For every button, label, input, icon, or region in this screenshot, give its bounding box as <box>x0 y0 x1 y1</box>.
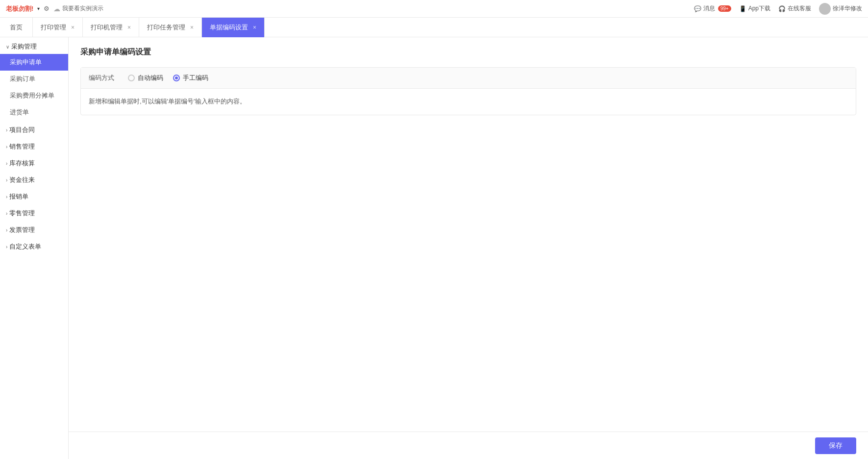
user-name: 徐泽华修改 <box>833 4 862 13</box>
app-logo: 老板勿割! <box>6 4 33 13</box>
info-text: 新增和编辑单据时,可以编辑'单据编号'输入框中的内容。 <box>81 89 856 115</box>
app-download-label: App下载 <box>748 4 770 13</box>
sidebar-group-retail: › 零售管理 <box>0 204 68 221</box>
chevron-right-icon-2: › <box>6 144 7 150</box>
sidebar-group-retail-title[interactable]: › 零售管理 <box>0 204 68 221</box>
sidebar-item-purchase-order-label: 采购订单 <box>10 75 35 82</box>
coding-method-label: 编码方式 <box>89 74 128 82</box>
sidebar-group-custom-forms: › 自定义表单 <box>0 237 68 254</box>
sidebar-group-sales: › 销售管理 <box>0 137 68 154</box>
save-button[interactable]: 保存 <box>815 437 856 454</box>
avatar <box>819 3 831 15</box>
search-demo-text: 我要看实例演示 <box>62 4 103 13</box>
tab-home[interactable]: 首页 <box>0 18 33 37</box>
chevron-right-icon-8: › <box>6 244 7 250</box>
sidebar-group-retail-label: 零售管理 <box>9 209 35 218</box>
sidebar: ∨ 采购管理 采购申请单 采购订单 采购费用分摊单 进货单 › 项目合同 <box>0 37 69 459</box>
tab-print-task-label: 打印任务管理 <box>147 23 185 32</box>
sidebar-group-inventory-label: 库存核算 <box>9 159 35 168</box>
user-profile-button[interactable]: 徐泽华修改 <box>819 3 862 15</box>
sidebar-item-purchase-expense-label: 采购费用分摊单 <box>10 92 54 99</box>
sidebar-group-returns: › 报销单 <box>0 187 68 204</box>
sidebar-group-funds: › 资金往来 <box>0 171 68 187</box>
sidebar-group-custom-forms-label: 自定义表单 <box>9 242 41 251</box>
coding-form: 编码方式 自动编码 手工编码 新增和编辑单据时,可以编辑'单据编号'输入框中的内… <box>80 67 856 115</box>
auto-coding-option[interactable]: 自动编码 <box>128 74 163 82</box>
tab-printer-management[interactable]: 打印机管理 × <box>83 18 139 37</box>
content-footer: 保存 <box>69 432 868 459</box>
chevron-right-icon-7: › <box>6 228 7 233</box>
message-button[interactable]: 💬 消息 99+ <box>694 4 731 13</box>
logo-dropdown-icon[interactable]: ▾ <box>37 6 40 11</box>
sidebar-group-custom-forms-title[interactable]: › 自定义表单 <box>0 237 68 254</box>
tab-single-code-setting-label: 单据编码设置 <box>210 23 248 32</box>
sidebar-item-purchase-request-label: 采购申请单 <box>10 58 42 66</box>
sidebar-item-purchase-order[interactable]: 采购订单 <box>0 71 68 87</box>
manual-coding-option[interactable]: 手工编码 <box>173 74 208 82</box>
chevron-right-icon: › <box>6 128 7 133</box>
settings-icon[interactable]: ⚙ <box>44 5 50 12</box>
coding-options: 自动编码 手工编码 <box>128 74 208 82</box>
tab-print-management-label: 打印管理 <box>41 23 66 32</box>
online-service-label: 在线客服 <box>788 4 811 13</box>
content-main: 采购申请单编码设置 编码方式 自动编码 手工编码 <box>69 37 868 432</box>
tab-print-task[interactable]: 打印任务管理 × <box>139 18 202 37</box>
message-badge: 99+ <box>718 5 731 12</box>
message-icon: 💬 <box>694 5 701 12</box>
sidebar-group-funds-label: 资金往来 <box>9 176 35 184</box>
sidebar-group-inventory-title[interactable]: › 库存核算 <box>0 154 68 171</box>
top-bar: 老板勿割! ▾ ⚙ ☁ 我要看实例演示 💬 消息 99+ 📱 App下载 🎧 在… <box>0 0 868 18</box>
content-area: 采购申请单编码设置 编码方式 自动编码 手工编码 <box>69 37 868 459</box>
manual-coding-label: 手工编码 <box>183 74 208 82</box>
sidebar-group-sales-label: 销售管理 <box>9 142 35 151</box>
sidebar-group-invoices-title[interactable]: › 发票管理 <box>0 221 68 237</box>
tab-single-code-setting[interactable]: 单据编码设置 × <box>202 18 265 37</box>
chevron-down-icon: ∨ <box>6 44 9 50</box>
sidebar-group-inventory: › 库存核算 <box>0 154 68 171</box>
sidebar-item-purchase-expense[interactable]: 采购费用分摊单 <box>0 87 68 104</box>
tab-home-label: 首页 <box>10 23 23 32</box>
tab-print-management-close[interactable]: × <box>71 24 74 31</box>
tab-print-task-close[interactable]: × <box>190 24 194 31</box>
message-label: 消息 <box>703 4 715 13</box>
tab-single-code-setting-close[interactable]: × <box>253 24 256 31</box>
chevron-right-icon-4: › <box>6 178 7 183</box>
auto-coding-label: 自动编码 <box>138 74 163 82</box>
sidebar-group-returns-label: 报销单 <box>9 192 28 201</box>
sidebar-group-purchase-label: 采购管理 <box>11 42 37 51</box>
sidebar-group-returns-title[interactable]: › 报销单 <box>0 187 68 204</box>
sidebar-group-project-contract-label: 项目合同 <box>9 126 35 134</box>
top-bar-right: 💬 消息 99+ 📱 App下载 🎧 在线客服 徐泽华修改 <box>694 3 862 15</box>
auto-coding-radio[interactable] <box>128 75 135 81</box>
sidebar-item-purchase-request[interactable]: 采购申请单 <box>0 54 68 71</box>
top-bar-left: 老板勿割! ▾ ⚙ ☁ 我要看实例演示 <box>6 4 103 13</box>
manual-coding-radio[interactable] <box>173 75 180 81</box>
sidebar-item-stock-in-label: 进货单 <box>10 108 29 116</box>
online-service-button[interactable]: 🎧 在线客服 <box>778 4 811 13</box>
sidebar-item-stock-in[interactable]: 进货单 <box>0 104 68 121</box>
app-download-button[interactable]: 📱 App下载 <box>739 4 770 13</box>
sidebar-group-project-contract-title[interactable]: › 项目合同 <box>0 121 68 137</box>
tab-printer-management-close[interactable]: × <box>127 24 131 31</box>
sidebar-group-sales-title[interactable]: › 销售管理 <box>0 137 68 154</box>
chevron-right-icon-5: › <box>6 194 7 200</box>
tab-bar: 首页 打印管理 × 打印机管理 × 打印任务管理 × 单据编码设置 × <box>0 18 868 37</box>
sidebar-group-purchase: ∨ 采购管理 采购申请单 采购订单 采购费用分摊单 进货单 <box>0 37 68 121</box>
search-demo-button[interactable]: ☁ 我要看实例演示 <box>53 4 103 13</box>
sidebar-group-invoices-label: 发票管理 <box>9 226 35 234</box>
cloud-icon: ☁ <box>53 5 60 13</box>
tab-printer-management-label: 打印机管理 <box>91 23 123 32</box>
coding-method-row: 编码方式 自动编码 手工编码 <box>81 68 856 89</box>
sidebar-group-project-contract: › 项目合同 <box>0 121 68 137</box>
tab-print-management[interactable]: 打印管理 × <box>33 18 83 37</box>
chevron-right-icon-6: › <box>6 211 7 216</box>
sidebar-group-funds-title[interactable]: › 资金往来 <box>0 171 68 187</box>
app-download-icon: 📱 <box>739 5 746 12</box>
chevron-right-icon-3: › <box>6 161 7 166</box>
page-title: 采购申请单编码设置 <box>80 47 856 57</box>
online-service-icon: 🎧 <box>778 5 786 12</box>
sidebar-group-purchase-title[interactable]: ∨ 采购管理 <box>0 37 68 54</box>
main-layout: ∨ 采购管理 采购申请单 采购订单 采购费用分摊单 进货单 › 项目合同 <box>0 37 868 459</box>
sidebar-group-invoices: › 发票管理 <box>0 221 68 237</box>
